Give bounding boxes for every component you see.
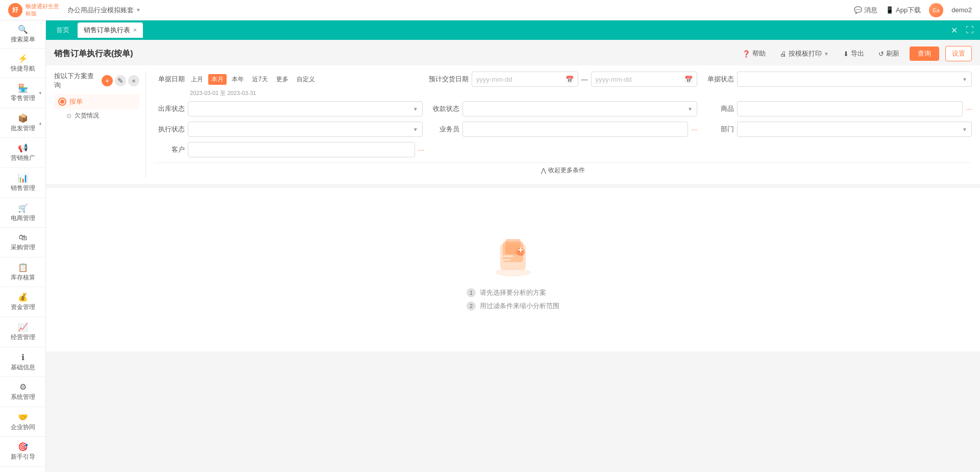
sidebar-item-label: 快捷导航 <box>11 65 35 73</box>
sidebar-item-label: 系统管理 <box>11 393 35 402</box>
empty-steps: 1 请先选择要分析的方案 2 用过滤条件来缩小分析范围 <box>467 288 559 311</box>
filter-conditions: 单据日期 上月 本月 本年 近7天 更多 自定义 预计交货日期 <box>146 72 972 178</box>
filter-group-outbound: 出库状态 ▼ <box>154 101 423 116</box>
date-start-input[interactable]: yyyy-mm-dd 📅 <box>472 72 578 87</box>
date-tabs: 上月 本月 本年 近7天 更多 自定义 <box>188 74 318 85</box>
date-tab-last-month[interactable]: 上月 <box>188 74 206 85</box>
select-arrow-icon: ▼ <box>688 106 693 112</box>
filter-row-status: 出库状态 ▼ 收款状态 ▼ <box>154 101 972 116</box>
product-more-btn[interactable]: ··· <box>966 105 972 113</box>
message-icon: 💬 <box>854 6 862 14</box>
sidebar-item-finance[interactable]: 💰 资金管理 <box>0 287 45 317</box>
message-btn[interactable]: 💬 消息 <box>854 6 877 15</box>
date-tab-more[interactable]: 更多 <box>273 74 291 85</box>
sidebar-item-sales[interactable]: 📊 销售管理 <box>0 168 45 198</box>
edit-scheme-btn[interactable]: ✎ <box>115 75 126 86</box>
salesperson-more-btn[interactable]: ··· <box>691 125 697 133</box>
sidebar-item-guide[interactable]: 🎯 新手引导 <box>0 437 45 467</box>
filter-group-date: 单据日期 上月 本月 本年 近7天 更多 自定义 <box>154 74 423 85</box>
retail-icon: 🏪 <box>18 83 28 93</box>
sidebar-item-inventory[interactable]: 📋 库存核算 <box>0 257 45 288</box>
filter-group-order-status: 单据状态 ▼ <box>703 72 972 87</box>
execution-label: 执行状态 <box>154 125 185 134</box>
print-icon: 🖨 <box>780 50 787 58</box>
order-status-select[interactable]: ▼ <box>737 72 972 87</box>
sidebar-item-ecommerce[interactable]: 🛒 电商管理 <box>0 198 45 228</box>
user-avatar[interactable]: Ea <box>929 3 943 17</box>
receipt-status-select[interactable]: ▼ <box>462 101 697 116</box>
date-end-input[interactable]: yyyy-mm-dd 📅 <box>591 72 698 87</box>
sidebar-item-basic-info[interactable]: ℹ 基础信息 <box>0 347 45 377</box>
department-select[interactable]: ▼ <box>737 122 972 137</box>
collapse-arrow-icon: ⋀ <box>541 167 546 174</box>
tab-close-btn[interactable]: × <box>133 27 137 34</box>
sidebar-item-search[interactable]: 🔍 搜索菜单 <box>0 20 45 49</box>
tab-bar-right: ✕ ⛶ <box>949 25 976 36</box>
sidebar-item-system[interactable]: ⚙ 系统管理 <box>0 377 45 407</box>
scheme-title: 按以下方案查询 + ✎ « <box>54 72 139 90</box>
svg-rect-6 <box>503 259 510 261</box>
page-title: 销售订单执行表(按单) <box>54 49 133 59</box>
filter-row-date: 单据日期 上月 本月 本年 近7天 更多 自定义 预计交货日期 <box>154 72 972 87</box>
system-icon: ⚙ <box>19 382 27 392</box>
tab-maximize-btn[interactable]: ⛶ <box>964 25 976 36</box>
sidebar-item-retail[interactable]: 🏪 零售管理 <box>0 78 45 108</box>
salesperson-input[interactable] <box>462 122 688 137</box>
date-hint: 2023-03-01 至 2023-03-31 <box>154 89 972 97</box>
outbound-status-select[interactable]: ▼ <box>188 101 423 116</box>
sidebar-item-label: 零售管理 <box>11 95 35 103</box>
department-label: 部门 <box>703 125 734 134</box>
print-arrow-icon: ▼ <box>824 51 829 57</box>
collapse-scheme-btn[interactable]: « <box>128 75 139 86</box>
order-status-label: 单据状态 <box>703 75 734 84</box>
avatar-img: Ea <box>933 7 940 13</box>
customer-input[interactable] <box>188 142 415 157</box>
filter-row-customer: 客户 ··· <box>154 142 972 157</box>
product-label: 商品 <box>703 104 734 113</box>
refresh-icon: ↺ <box>878 50 884 58</box>
product-input[interactable] <box>737 101 963 116</box>
company-selector[interactable]: 办公用品行业模拟账套 ▼ <box>63 5 145 16</box>
tab-home[interactable]: 首页 <box>50 22 76 38</box>
sidebar-item-operations[interactable]: 📈 经营管理 <box>0 317 45 347</box>
sidebar-item-label: 销售管理 <box>11 184 35 193</box>
date-tab-custom[interactable]: 自定义 <box>293 74 318 85</box>
help-btn[interactable]: ❓ 帮助 <box>738 47 770 60</box>
sidebar-item-wholesale[interactable]: 📦 批发管理 <box>0 108 45 138</box>
sidebar-item-label: 资金管理 <box>11 303 35 312</box>
step-num-2: 2 <box>467 301 476 311</box>
date-tab-this-month[interactable]: 本月 <box>208 74 227 85</box>
add-scheme-btn[interactable]: + <box>102 75 113 86</box>
sidebar-item-marketing[interactable]: 📢 营销推广 <box>0 138 45 168</box>
logo-area: 好 畅捷通好生意 标版 <box>8 3 59 17</box>
sidebar-item-collaboration[interactable]: 🤝 企业协同 <box>0 407 45 437</box>
content-area: 首页 销售订单执行表 × ✕ ⛶ 销售订单执行表(按单) ❓ 帮助 <box>46 20 980 472</box>
user-name[interactable]: demo2 <box>951 6 972 14</box>
query-btn[interactable]: 查询 <box>910 46 939 61</box>
refresh-btn[interactable]: ↺ 刷新 <box>874 47 903 60</box>
select-arrow-icon: ▼ <box>413 127 418 132</box>
date-tab-7days[interactable]: 近7天 <box>249 74 271 85</box>
outbound-label: 出库状态 <box>154 104 185 113</box>
select-arrow-icon: ▼ <box>962 127 967 132</box>
tab-close-window-btn[interactable]: ✕ <box>949 25 960 36</box>
sidebar-item-app-center[interactable]: 🔧 应用中心 <box>0 467 45 472</box>
scheme-label: 按单 <box>69 97 83 106</box>
execution-status-select[interactable]: ▼ <box>188 122 423 137</box>
sidebar-item-label: 新手引导 <box>11 453 35 461</box>
scheme-radio <box>58 98 66 106</box>
date-tab-this-year[interactable]: 本年 <box>229 74 247 85</box>
tab-sales-execution[interactable]: 销售订单执行表 × <box>78 22 143 38</box>
sidebar-item-quick-nav[interactable]: ⚡ 快捷导航 <box>0 49 45 79</box>
page-header: 销售订单执行表(按单) ❓ 帮助 🖨 按模板打印 ▼ ⬇ 导出 <box>46 40 980 65</box>
filter-group-expected-date: 预计交货日期 yyyy-mm-dd 📅 — yyyy-mm-dd 📅 <box>429 72 697 87</box>
collapse-filters-btn[interactable]: ⋀ 收起更多条件 <box>154 162 972 178</box>
scheme-item-shortage[interactable]: ⊙ 欠货情况 <box>54 109 139 122</box>
sidebar-item-purchase[interactable]: 🛍 采购管理 <box>0 228 45 257</box>
export-btn[interactable]: ⬇ 导出 <box>839 47 868 60</box>
print-btn[interactable]: 🖨 按模板打印 ▼ <box>776 47 833 60</box>
customer-more-btn[interactable]: ··· <box>418 146 424 154</box>
settings-btn[interactable]: 设置 <box>945 46 972 61</box>
scheme-item-order[interactable]: 按单 <box>54 94 139 109</box>
app-download-btn[interactable]: 📱 App下载 <box>886 6 921 15</box>
